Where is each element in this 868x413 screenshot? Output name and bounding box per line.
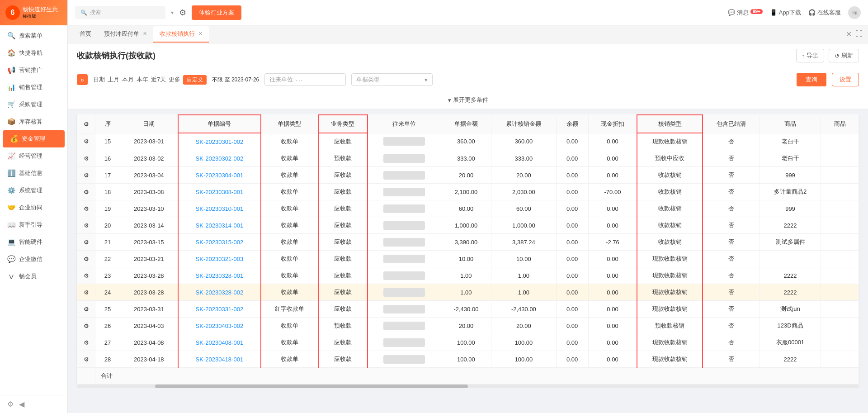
expand-icon[interactable]: ⛶ <box>855 30 863 38</box>
cell-bill-no[interactable]: SK-20230321-003 <box>178 251 261 267</box>
topbar-search[interactable]: 🔍 搜索 <box>75 6 165 19</box>
bill-no-link[interactable]: SK-20230301-002 <box>196 138 244 145</box>
sidebar-item-system[interactable]: ⚙️系统管理 <box>0 182 67 199</box>
sidebar-item-search[interactable]: 🔍搜索菜单 <box>0 27 67 44</box>
tab-close-receipt[interactable]: ✕ <box>198 31 203 37</box>
sidebar-settings-icon[interactable]: ⚙ <box>7 400 14 408</box>
sidebar-item-member[interactable]: V畅会员 <box>0 268 67 285</box>
cell-bill-no[interactable]: SK-20230308-001 <box>178 184 261 200</box>
cell-gear[interactable]: ⚙ <box>77 251 95 267</box>
sidebar-item-wechat[interactable]: 💬企业微信 <box>0 251 67 268</box>
filter-expand-btn[interactable]: » <box>77 74 88 85</box>
cell-gear[interactable]: ⚙ <box>77 284 95 301</box>
table-row[interactable]: ⚙ 25 2023-03-31 SK-20230331-002 红字收款单 应收… <box>77 301 859 318</box>
cell-gear[interactable]: ⚙ <box>77 167 95 184</box>
sidebar-item-purchase[interactable]: 🛒采购管理 <box>0 96 67 113</box>
table-row[interactable]: ⚙ 20 2023-03-14 SK-20230314-001 收款单 应收款 … <box>77 217 859 234</box>
sidebar-item-newbie[interactable]: 📖新手引导 <box>0 216 67 233</box>
cell-gear[interactable]: ⚙ <box>77 351 95 368</box>
sidebar-item-marketing[interactable]: 📢营销推广 <box>0 62 67 79</box>
industry-btn[interactable]: 体验行业方案 <box>192 5 241 20</box>
table-row[interactable]: ⚙ 28 2023-04-18 SK-20230418-001 收款单 应收款 … <box>77 351 859 368</box>
export-btn[interactable]: ↑ 导出 <box>796 49 825 62</box>
table-row[interactable]: ⚙ 17 2023-03-04 SK-20230304-001 收款单 应收款 … <box>77 167 859 184</box>
sidebar-item-enterprise[interactable]: 🤝企业协同 <box>0 199 67 216</box>
cell-bill-no[interactable]: SK-20230408-001 <box>178 334 261 351</box>
message-action[interactable]: 💬 消息 99+ <box>728 9 763 17</box>
col-header-gear[interactable]: ⚙ <box>77 115 95 133</box>
bill-no-link[interactable]: SK-20230315-002 <box>196 239 244 246</box>
date-last-month[interactable]: 上月 <box>108 76 119 84</box>
date-custom-btn[interactable]: 自定义 <box>183 75 207 85</box>
bill-no-link[interactable]: SK-20230302-002 <box>196 155 244 162</box>
table-row[interactable]: ⚙ 26 2023-04-03 SK-20230403-002 收款单 预收款 … <box>77 318 859 334</box>
refresh-btn[interactable]: ↺ 刷新 <box>829 49 859 62</box>
table-row[interactable]: ⚙ 19 2023-03-10 SK-20230310-001 收款单 应收款 … <box>77 200 859 217</box>
bill-no-link[interactable]: SK-20230418-001 <box>196 356 244 363</box>
table-row[interactable]: ⚙ 16 2023-03-02 SK-20230302-002 收款单 预收款 … <box>77 150 859 167</box>
date-this-month[interactable]: 本月 <box>122 76 134 84</box>
cell-gear[interactable]: ⚙ <box>77 301 95 318</box>
cell-gear[interactable]: ⚙ <box>77 318 95 334</box>
cell-bill-no[interactable]: SK-20230418-001 <box>178 351 261 368</box>
cell-gear[interactable]: ⚙ <box>77 267 95 284</box>
cell-bill-no[interactable]: SK-20230315-002 <box>178 234 261 251</box>
bill-no-link[interactable]: SK-20230321-003 <box>196 256 244 262</box>
bill-no-link[interactable]: SK-20230403-002 <box>196 323 244 329</box>
date-this-year[interactable]: 本年 <box>137 76 148 84</box>
cell-gear[interactable]: ⚙ <box>77 184 95 200</box>
dropdown-chevron-icon[interactable]: ▾ <box>171 9 174 16</box>
app-download-action[interactable]: 📱 App下载 <box>770 9 801 17</box>
cell-bill-no[interactable]: SK-20230314-001 <box>178 217 261 234</box>
bill-no-link[interactable]: SK-20230328-002 <box>196 289 244 296</box>
bill-no-link[interactable]: SK-20230304-001 <box>196 172 244 179</box>
sidebar-collapse-icon[interactable]: ◀ <box>19 400 24 408</box>
tab-home[interactable]: 首页 <box>73 26 98 43</box>
date-7days[interactable]: 近7天 <box>151 76 166 84</box>
cell-bill-no[interactable]: SK-20230328-002 <box>178 284 261 301</box>
table-row[interactable]: ⚙ 23 2023-03-28 SK-20230328-001 收款单 应收款 … <box>77 267 859 284</box>
settings-gear-icon[interactable]: ⚙ <box>179 8 186 18</box>
cell-bill-no[interactable]: SK-20230304-001 <box>178 167 261 184</box>
cell-bill-no[interactable]: SK-20230302-002 <box>178 150 261 167</box>
table-row[interactable]: ⚙ 18 2023-03-08 SK-20230308-001 收款单 应收款 … <box>77 184 859 200</box>
online-service-action[interactable]: 🎧 在线客服 <box>808 9 841 17</box>
bill-no-link[interactable]: SK-20230408-001 <box>196 339 244 346</box>
more-conditions-btn[interactable]: ▾ 展开更多条件 <box>448 96 488 104</box>
table-row[interactable]: ⚙ 27 2023-04-08 SK-20230408-001 收款单 应收款 … <box>77 334 859 351</box>
tab-receipt[interactable]: 收款核销执行✕ <box>153 26 209 43</box>
sidebar-item-hardware[interactable]: 💻智能硬件 <box>0 233 67 251</box>
sidebar-item-guide[interactable]: 🏠快捷导航 <box>0 44 67 62</box>
tab-payable[interactable]: 预付冲应付单✕ <box>98 26 153 43</box>
table-row[interactable]: ⚙ 15 2023-03-01 SK-20230301-002 收款单 应收款 … <box>77 133 859 150</box>
sidebar-item-inventory[interactable]: 📦库存核算 <box>0 113 67 130</box>
close-window-icon[interactable]: ✕ <box>846 30 852 38</box>
cell-gear[interactable]: ⚙ <box>77 217 95 234</box>
table-row[interactable]: ⚙ 21 2023-03-15 SK-20230315-002 收款单 应收款 … <box>77 234 859 251</box>
bill-type-filter[interactable]: 单据类型 ▾ <box>351 73 433 86</box>
filter-settings-btn[interactable]: 设置 <box>832 73 859 86</box>
cell-bill-no[interactable]: SK-20230331-002 <box>178 301 261 318</box>
date-more[interactable]: 更多 <box>169 76 180 84</box>
cell-gear[interactable]: ⚙ <box>77 150 95 167</box>
cell-gear[interactable]: ⚙ <box>77 234 95 251</box>
cell-bill-no[interactable]: SK-20230301-002 <box>178 133 261 150</box>
bill-no-link[interactable]: SK-20230328-001 <box>196 272 244 279</box>
bill-no-link[interactable]: SK-20230310-001 <box>196 205 244 212</box>
cell-gear[interactable]: ⚙ <box>77 133 95 150</box>
cell-bill-no[interactable]: SK-20230403-002 <box>178 318 261 334</box>
table-row[interactable]: ⚙ 24 2023-03-28 SK-20230328-002 收款单 应收款 … <box>77 284 859 301</box>
cell-gear[interactable]: ⚙ <box>77 334 95 351</box>
bill-no-link[interactable]: SK-20230308-001 <box>196 189 244 195</box>
sidebar-item-finance[interactable]: 💰资金管理 <box>3 130 65 147</box>
bill-no-link[interactable]: SK-20230314-001 <box>196 222 244 229</box>
user-avatar[interactable]: Rit <box>848 6 861 19</box>
table-row[interactable]: ⚙ 22 2023-03-21 SK-20230321-003 收款单 应收款 … <box>77 251 859 267</box>
horizontal-scrollbar[interactable] <box>77 385 859 388</box>
query-btn[interactable]: 查询 <box>797 73 826 86</box>
counterpart-filter[interactable]: 往来单位 ··· <box>264 73 346 86</box>
tab-close-payable[interactable]: ✕ <box>143 31 147 37</box>
sidebar-item-base[interactable]: ℹ️基础信息 <box>0 165 67 182</box>
cell-bill-no[interactable]: SK-20230328-001 <box>178 267 261 284</box>
sidebar-item-sales[interactable]: 📊销售管理 <box>0 79 67 96</box>
